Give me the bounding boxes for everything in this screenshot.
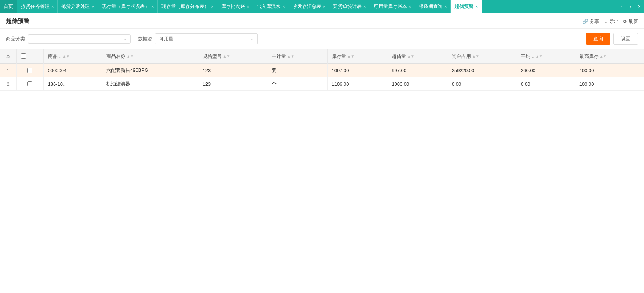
row-seq-0: 1 — [0, 64, 17, 77]
col-checkbox — [17, 49, 44, 64]
sort-icon-over-qty: ▲▼ — [407, 55, 414, 58]
row-checkbox-0[interactable] — [27, 68, 32, 73]
header-actions: 🔗 分享 ⇓ 导出 ⟳ 刷新 — [582, 18, 638, 25]
row-checkbox-cell-1 — [17, 77, 44, 91]
row-avg-1: 0.00 — [516, 77, 575, 91]
select-all-checkbox[interactable] — [21, 53, 26, 59]
share-button[interactable]: 🔗 分享 — [582, 18, 599, 25]
category-label: 商品分类 — [6, 36, 25, 42]
col-stock-qty: 库存量 ▲▼ — [327, 49, 387, 64]
nav-item-task-mgmt[interactable]: 拣货任务管理 × — [17, 0, 58, 13]
nav-close-collect[interactable]: × — [323, 4, 325, 9]
nav-close-stock-status[interactable]: × — [151, 4, 154, 9]
row-stock-qty-1: 1106.00 — [327, 77, 387, 91]
row-goods-code-1: 186-10... — [43, 77, 102, 91]
refresh-button[interactable]: ⟳ 刷新 — [623, 18, 638, 25]
category-filter-group: 商品分类 ⌄ — [6, 34, 131, 44]
row-seq-1: 2 — [0, 77, 17, 91]
datasource-value: 可用量 — [159, 36, 173, 42]
nav-close-batch[interactable]: × — [247, 4, 249, 9]
sort-icon-avg: ▲▼ — [535, 55, 543, 58]
nav-close-overstock[interactable]: × — [475, 4, 477, 9]
datasource-select[interactable]: 可用量 ⌄ — [155, 33, 258, 44]
row-unit-1: 个 — [267, 77, 327, 91]
chevron-down-icon: ⌄ — [123, 37, 127, 41]
export-button[interactable]: ⇓ 导出 — [604, 18, 619, 25]
chevron-down-icon2: ⌄ — [250, 37, 254, 41]
top-navigation: 首页 拣货任务管理 × 拣货异常处理 × 现存量（库存状况表） × 现存量（库存… — [0, 0, 644, 13]
table-row: 2 186-10... 机油滤清器 123 个 1106.00 1006.00 … — [0, 77, 644, 91]
page-title: 超储预警 — [6, 18, 29, 25]
nav-arrows: ‹ › × — [618, 0, 644, 13]
col-capital-occ: 资金占用 ▲▼ — [447, 49, 516, 64]
nav-item-abnormal[interactable]: 拣货异常处理 × — [58, 0, 98, 13]
col-max-stock: 最高库存 ▲▼ — [575, 49, 644, 64]
overstock-table: ⚙ 商品... ▲▼ 商品名称 ▲▼ — [0, 49, 644, 91]
sort-icon-unit: ▲▼ — [287, 55, 294, 58]
nav-item-order-stat[interactable]: 要货单统计表 × — [329, 0, 370, 13]
sort-icon-max-stock: ▲▼ — [600, 55, 607, 58]
category-select[interactable]: ⌄ — [28, 34, 131, 44]
sort-icon-spec: ▲▼ — [223, 55, 230, 58]
row-spec-0: 123 — [198, 64, 267, 77]
nav-item-inout[interactable]: 出入库流水 × — [253, 0, 289, 13]
nav-close-avail[interactable]: × — [409, 4, 411, 9]
query-button[interactable]: 查询 — [586, 33, 610, 45]
row-goods-name-1: 机油滤清器 — [102, 77, 198, 91]
row-max-stock-0: 100.00 — [575, 64, 644, 77]
sort-icon-goods-name: ▲▼ — [127, 55, 134, 58]
col-goods-code: 商品... ▲▼ — [43, 49, 102, 64]
nav-close-quality[interactable]: × — [444, 4, 447, 9]
table-container: ⚙ 商品... ▲▼ 商品名称 ▲▼ — [0, 49, 644, 91]
filter-area: 商品分类 ⌄ 数据源 可用量 ⌄ 查询 设置 — [0, 29, 644, 49]
row-capital-occ-1: 0.00 — [447, 77, 516, 91]
col-gear: ⚙ — [0, 49, 17, 64]
col-goods-name: 商品名称 ▲▼ — [102, 49, 198, 64]
row-unit-0: 套 — [267, 64, 327, 77]
row-avg-0: 260.00 — [516, 64, 575, 77]
row-capital-occ-0: 259220.00 — [447, 64, 516, 77]
nav-item-home[interactable]: 首页 — [0, 0, 17, 13]
row-over-qty-1: 1006.00 — [387, 77, 447, 91]
sort-icon-capital-occ: ▲▼ — [472, 55, 479, 58]
nav-close-task-mgmt[interactable]: × — [51, 4, 54, 9]
sort-icon-stock-qty: ▲▼ — [347, 55, 355, 58]
row-checkbox-cell-0 — [17, 64, 44, 77]
row-checkbox-1[interactable] — [27, 81, 32, 86]
nav-item-quality[interactable]: 保质期查询 × — [415, 0, 451, 13]
export-icon: ⇓ — [604, 19, 608, 24]
table-row: 1 0000004 六配套新昌490BPG 123 套 1097.00 997.… — [0, 64, 644, 77]
nav-close-abnormal[interactable]: × — [92, 4, 94, 9]
nav-close-stock-dist[interactable]: × — [211, 4, 213, 9]
nav-item-collect[interactable]: 收发存汇总表 × — [289, 0, 329, 13]
page-header: 超储预警 🔗 分享 ⇓ 导出 ⟳ 刷新 — [0, 13, 644, 29]
col-over-qty: 超储量 ▲▼ — [387, 49, 447, 64]
col-spec: 规格型号 ▲▼ — [198, 49, 267, 64]
nav-item-avail[interactable]: 可用量库存账本 × — [370, 0, 415, 13]
gear-icon[interactable]: ⚙ — [4, 53, 12, 60]
sort-icon-goods-code: ▲▼ — [62, 55, 70, 58]
settings-button[interactable]: 设置 — [613, 33, 638, 45]
nav-close-order-stat[interactable]: × — [363, 4, 366, 9]
datasource-filter-group: 数据源 可用量 ⌄ — [138, 33, 258, 44]
nav-item-batch[interactable]: 库存批次账 × — [217, 0, 253, 13]
row-goods-name-0: 六配套新昌490BPG — [102, 64, 198, 77]
refresh-icon: ⟳ — [623, 19, 627, 24]
nav-close-inout[interactable]: × — [282, 4, 285, 9]
filter-actions: 查询 设置 — [586, 33, 638, 45]
nav-arrow-right[interactable]: › — [626, 0, 635, 13]
datasource-label: 数据源 — [138, 36, 152, 42]
page-content: 超储预警 🔗 分享 ⇓ 导出 ⟳ 刷新 商品分类 ⌄ 数据源 — [0, 13, 644, 293]
nav-arrow-close[interactable]: × — [635, 0, 644, 13]
nav-item-stock-dist[interactable]: 现存量（库存分布表） × — [158, 0, 217, 13]
nav-item-overstock[interactable]: 超储预警 × — [451, 0, 482, 13]
share-icon: 🔗 — [582, 19, 588, 24]
col-avg: 平均... ▲▼ — [516, 49, 575, 64]
table-header-row: ⚙ 商品... ▲▼ 商品名称 ▲▼ — [0, 49, 644, 64]
nav-item-stock-status[interactable]: 现存量（库存状况表） × — [98, 0, 158, 13]
col-unit: 主计量 ▲▼ — [267, 49, 327, 64]
row-stock-qty-0: 1097.00 — [327, 64, 387, 77]
row-spec-1: 123 — [198, 77, 267, 91]
nav-arrow-left[interactable]: ‹ — [618, 0, 626, 13]
row-over-qty-0: 997.00 — [387, 64, 447, 77]
